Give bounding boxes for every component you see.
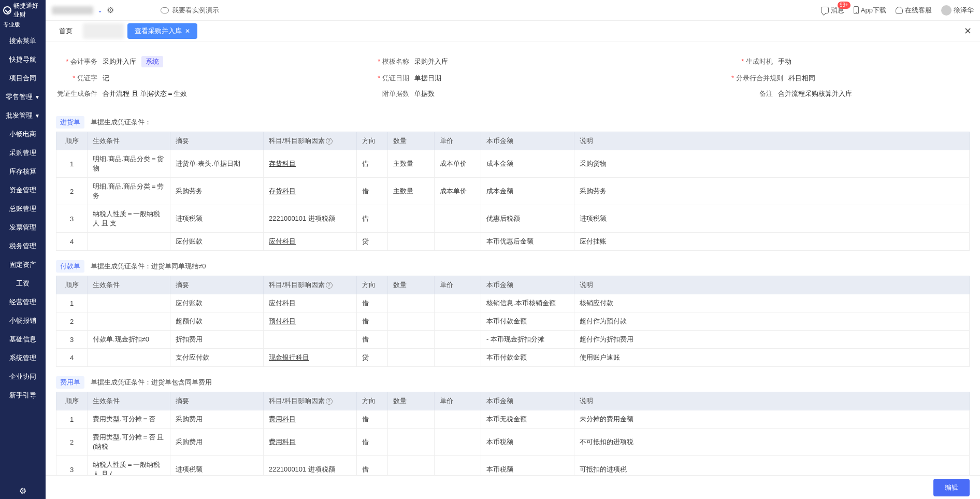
subject-link[interactable]: 存货科目: [269, 160, 296, 167]
subject-link[interactable]: 存货科目: [269, 187, 296, 195]
tab-active[interactable]: 查看采购并入库 ✕: [127, 23, 197, 39]
subject-link[interactable]: 现金银行科目: [269, 353, 309, 361]
sidebar: 畅捷通好业财 专业版 搜索菜单快捷导航项目合同零售管理▼批发管理▼小畅电商采购管…: [0, 0, 46, 499]
subject-link[interactable]: 应付科目: [269, 299, 296, 307]
close-all-tabs-icon[interactable]: ✕: [962, 23, 974, 39]
info-icon[interactable]: ?: [326, 282, 333, 289]
nav-item-6[interactable]: 采购管理: [0, 144, 46, 162]
cell-direction: 借: [357, 312, 388, 331]
cell-amount: 本币税额: [481, 429, 574, 456]
cell-cond: 明细.商品.商品分类＝货物: [88, 150, 170, 178]
nav-item-10[interactable]: 发票管理: [0, 218, 46, 237]
label-voucher-word: 凭证字: [56, 74, 97, 83]
val-template-name: 采购并入库: [414, 57, 448, 66]
org-settings-icon[interactable]: ⚙: [107, 5, 114, 15]
settings-gear-icon[interactable]: ⚙: [0, 482, 46, 499]
section-purchase: 进货单 单据生成凭证条件： 顺序 生效条件 摘要 科目/科目影响因素? 方向 数…: [56, 116, 970, 251]
subject-link[interactable]: 费用科目: [269, 415, 296, 423]
section-condition: 单据生成凭证条件：: [91, 118, 151, 127]
cell-summary: 采购费用: [170, 410, 264, 429]
cloud-icon: [161, 7, 169, 13]
cell-summary: 折扣费用: [170, 331, 264, 349]
cell-subject: 应付科目: [264, 233, 357, 251]
nav-item-13[interactable]: 工资: [0, 274, 46, 293]
main-area: ⌄ ⚙ 我要看实例演示 消息 99+ App下载 在线客服: [46, 0, 980, 499]
cell-amount: 成本金额: [481, 150, 574, 178]
th-price: 单价: [435, 276, 481, 294]
th-summary: 摘要: [170, 392, 264, 410]
messages-button[interactable]: 消息 99+: [821, 6, 844, 15]
info-icon[interactable]: ?: [326, 398, 333, 405]
cell-cond: [88, 312, 170, 331]
table-row: 4 支付应付款 现金银行科目 贷 本币付款金额 使用账户速账: [56, 349, 970, 367]
app-download-button[interactable]: App下载: [854, 6, 886, 15]
cell-summary: 超额付款: [170, 312, 264, 331]
cell-amount: 本币付款金额: [481, 312, 574, 331]
nav-item-5[interactable]: 小畅电商: [0, 125, 46, 144]
nav-item-17[interactable]: 系统管理: [0, 349, 46, 367]
nav-item-7[interactable]: 库存核算: [0, 162, 46, 181]
subject-link[interactable]: 应付科目: [269, 237, 296, 245]
th-qty: 数量: [388, 392, 435, 410]
phone-icon: [854, 6, 859, 14]
info-icon[interactable]: ?: [326, 138, 333, 145]
val-voucher-date: 单据日期: [414, 74, 441, 83]
brand-logo-icon: [3, 6, 11, 15]
nav-item-14[interactable]: 经营管理: [0, 293, 46, 311]
cell-direction: 借: [357, 294, 388, 312]
cell-summary: 进货单-表头.单据日期: [170, 150, 264, 178]
table-fee: 顺序 生效条件 摘要 科目/科目影响因素? 方向 数量 单价 本币金额 说明 1…: [56, 392, 970, 483]
nav-item-3[interactable]: 零售管理▼: [0, 88, 46, 106]
section-name: 费用单: [56, 376, 84, 389]
th-amount: 本币金额: [481, 132, 574, 150]
th-cond: 生效条件: [88, 392, 170, 410]
subject-link[interactable]: 费用科目: [269, 438, 296, 446]
cell-cond: [88, 294, 170, 312]
tab-home[interactable]: 首页: [52, 23, 80, 39]
org-name-blurred: [52, 6, 93, 15]
org-switcher[interactable]: ⌄ ⚙: [52, 5, 155, 15]
cell-direction: 贷: [357, 233, 388, 251]
edit-button[interactable]: 编辑: [933, 479, 970, 496]
cell-price: 成本单价: [435, 150, 481, 178]
subject-link[interactable]: 预付科目: [269, 317, 296, 325]
th-subject: 科目/科目影响因素?: [264, 132, 357, 150]
nav-item-4[interactable]: 批发管理▼: [0, 106, 46, 125]
section-condition: 单据生成凭证条件：进货单包含同单费用: [91, 378, 212, 387]
nav-item-15[interactable]: 小畅报销: [0, 311, 46, 330]
nav-item-9[interactable]: 总账管理: [0, 199, 46, 218]
cell-direction: 借: [357, 429, 388, 456]
th-price: 单价: [435, 132, 481, 150]
cell-direction: 借: [357, 150, 388, 178]
cell-summary: 进项税额: [170, 205, 264, 233]
online-service-button[interactable]: 在线客服: [896, 6, 932, 15]
tab-close-icon[interactable]: ✕: [185, 27, 190, 35]
chevron-down-icon[interactable]: ⌄: [97, 7, 103, 14]
nav-item-8[interactable]: 资金管理: [0, 181, 46, 199]
section-payment: 付款单 单据生成凭证条件：进货单同单现结≠0 顺序 生效条件 摘要 科目/科目影…: [56, 260, 970, 367]
cell-direction: 借: [357, 205, 388, 233]
th-amount: 本币金额: [481, 276, 574, 294]
cell-seq: 4: [56, 233, 88, 251]
nav-item-0[interactable]: 搜索菜单: [0, 32, 46, 50]
nav-item-18[interactable]: 企业协同: [0, 367, 46, 386]
demo-link[interactable]: 我要看实例演示: [161, 6, 219, 15]
cell-seq: 2: [56, 178, 88, 205]
nav-item-2[interactable]: 项目合同: [0, 69, 46, 88]
avatar-icon: [941, 5, 952, 16]
tag-system: 系统: [141, 56, 163, 67]
tabbar: 首页 查看采购并入库 ✕ ✕: [46, 21, 980, 41]
th-direction: 方向: [357, 392, 388, 410]
val-merge-rule: 科目相同: [788, 74, 815, 83]
label-remark: 备注: [731, 89, 773, 98]
nav-item-1[interactable]: 快捷导航: [0, 50, 46, 69]
cell-subject: 存货科目: [264, 150, 357, 178]
cell-seq: 1: [56, 410, 88, 429]
nav-item-11[interactable]: 税务管理: [0, 237, 46, 255]
nav-item-16[interactable]: 基础信息: [0, 330, 46, 349]
tab-blurred[interactable]: [83, 23, 124, 39]
nav-item-12[interactable]: 固定资产: [0, 255, 46, 274]
cell-direction: 借: [357, 331, 388, 349]
user-menu[interactable]: 徐泽华: [941, 5, 974, 16]
nav-item-19[interactable]: 新手引导: [0, 386, 46, 405]
